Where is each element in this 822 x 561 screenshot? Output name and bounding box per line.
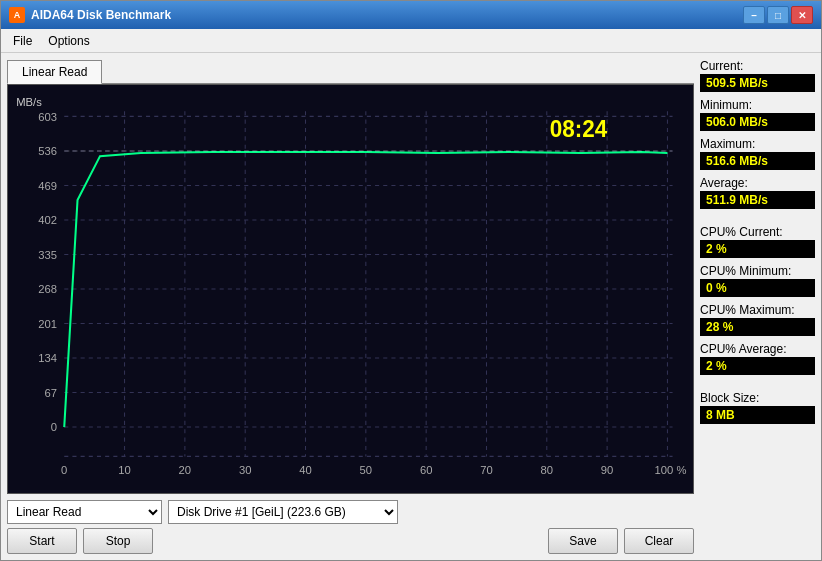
block-size-label: Block Size: [700,391,815,405]
cpu-current-label: CPU% Current: [700,225,815,239]
stat-maximum: Maximum: 516.6 MB/s [700,137,815,170]
svg-text:402: 402 [38,214,57,226]
window-controls: – □ ✕ [743,6,813,24]
svg-text:134: 134 [38,352,57,364]
tab-linear-read[interactable]: Linear Read [7,60,102,84]
stat-cpu-maximum: CPU% Maximum: 28 % [700,303,815,336]
svg-text:0: 0 [61,464,67,476]
cpu-maximum-value: 28 % [700,318,815,336]
stop-button[interactable]: Stop [83,528,153,554]
maximum-label: Maximum: [700,137,815,151]
svg-text:30: 30 [239,464,251,476]
svg-text:60: 60 [420,464,432,476]
window-title: AIDA64 Disk Benchmark [31,8,743,22]
svg-text:90: 90 [601,464,613,476]
test-type-dropdown[interactable]: Linear Read Random Read Linear Write Ran… [7,500,162,524]
menu-options[interactable]: Options [40,32,97,50]
button-row: Start Stop Save Clear [7,528,694,554]
svg-text:268: 268 [38,283,57,295]
cpu-current-value: 2 % [700,240,815,258]
separator-1 [700,215,815,221]
svg-text:70: 70 [480,464,492,476]
stat-average: Average: 511.9 MB/s [700,176,815,209]
minimum-value: 506.0 MB/s [700,113,815,131]
bottom-controls: Linear Read Random Read Linear Write Ran… [7,500,694,524]
svg-text:40: 40 [299,464,311,476]
current-value: 509.5 MB/s [700,74,815,92]
svg-text:20: 20 [179,464,191,476]
cpu-minimum-value: 0 % [700,279,815,297]
minimum-label: Minimum: [700,98,815,112]
chart-area: MB/s [7,84,694,494]
save-button[interactable]: Save [548,528,618,554]
svg-text:335: 335 [38,249,57,261]
svg-text:50: 50 [360,464,372,476]
svg-text:536: 536 [38,145,57,157]
stat-cpu-average: CPU% Average: 2 % [700,342,815,375]
stat-minimum: Minimum: 506.0 MB/s [700,98,815,131]
svg-text:100 %: 100 % [655,464,687,476]
menu-file[interactable]: File [5,32,40,50]
cpu-average-label: CPU% Average: [700,342,815,356]
svg-text:67: 67 [45,387,57,399]
tab-bar: Linear Read [7,59,694,84]
app-icon: A [9,7,25,23]
svg-text:MB/s: MB/s [16,96,42,108]
start-button[interactable]: Start [7,528,77,554]
stat-current: Current: 509.5 MB/s [700,59,815,92]
stat-cpu-minimum: CPU% Minimum: 0 % [700,264,815,297]
right-panel: Current: 509.5 MB/s Minimum: 506.0 MB/s … [700,59,815,554]
separator-2 [700,381,815,387]
svg-text:603: 603 [38,110,57,122]
drive-dropdown[interactable]: Disk Drive #1 [GeiL] (223.6 GB) [168,500,398,524]
average-label: Average: [700,176,815,190]
cpu-average-value: 2 % [700,357,815,375]
chart-svg: MB/s [8,85,693,493]
maximize-button[interactable]: □ [767,6,789,24]
cpu-minimum-label: CPU% Minimum: [700,264,815,278]
stat-cpu-current: CPU% Current: 2 % [700,225,815,258]
svg-text:0: 0 [51,421,57,433]
stat-block-size: Block Size: 8 MB [700,391,815,424]
main-content: Linear Read MB/s [1,53,821,560]
svg-text:201: 201 [38,318,57,330]
clear-button[interactable]: Clear [624,528,694,554]
titlebar: A AIDA64 Disk Benchmark – □ ✕ [1,1,821,29]
svg-text:08:24: 08:24 [550,116,608,142]
svg-text:80: 80 [541,464,553,476]
maximum-value: 516.6 MB/s [700,152,815,170]
svg-text:10: 10 [118,464,130,476]
left-panel: Linear Read MB/s [7,59,694,554]
current-label: Current: [700,59,815,73]
cpu-maximum-label: CPU% Maximum: [700,303,815,317]
average-value: 511.9 MB/s [700,191,815,209]
svg-text:469: 469 [38,180,57,192]
close-button[interactable]: ✕ [791,6,813,24]
minimize-button[interactable]: – [743,6,765,24]
main-window: A AIDA64 Disk Benchmark – □ ✕ File Optio… [0,0,822,561]
block-size-value: 8 MB [700,406,815,424]
menubar: File Options [1,29,821,53]
